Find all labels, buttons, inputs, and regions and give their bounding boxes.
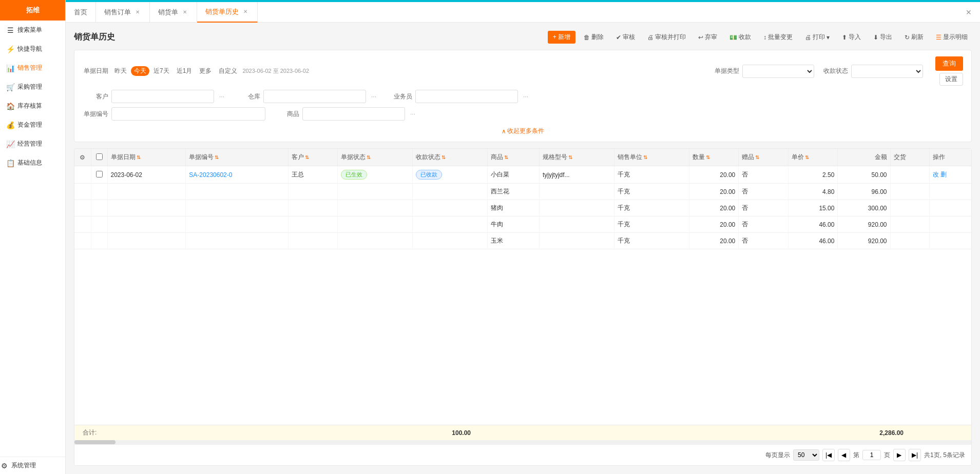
sidebar-item-purchase-mgmt[interactable]: 🛒 采购管理 xyxy=(0,77,65,96)
tab-sales-order[interactable]: 销售订单 ✕ xyxy=(96,2,150,23)
date-7days-btn[interactable]: 近7天 xyxy=(150,66,172,76)
goods-input[interactable] xyxy=(302,107,405,121)
doc-no-input[interactable] xyxy=(111,107,265,121)
sidebar-item-quick-nav[interactable]: ⚡ 快捷导航 xyxy=(0,40,65,58)
page-number-input[interactable] xyxy=(862,450,881,460)
tab-sales-history[interactable]: 销货单历史 ✕ xyxy=(197,2,258,23)
cell-doc-no[interactable] xyxy=(186,216,288,233)
batch-change-icon: ↕ xyxy=(763,34,766,41)
col-doc-date[interactable]: 单据日期⇅ xyxy=(107,149,186,166)
sidebar-item-sys-mgmt[interactable]: ⚙ 系统管理 xyxy=(0,457,65,474)
delete-button[interactable]: 🗑 删除 xyxy=(580,31,608,44)
cell-payment-status xyxy=(413,233,488,249)
delete-action[interactable]: 删 xyxy=(940,171,947,178)
date-yesterday-btn[interactable]: 昨天 xyxy=(111,66,130,76)
tab-home[interactable]: 首页 xyxy=(66,2,96,23)
refresh-button[interactable]: ↻ 刷新 xyxy=(900,31,928,44)
inventory-icon: 🏠 xyxy=(6,102,14,110)
goods-dots[interactable]: ··· xyxy=(408,110,417,117)
cell-operation[interactable] xyxy=(929,184,971,200)
print-button[interactable]: 🖨 打印 ▾ xyxy=(801,31,834,44)
per-page-select[interactable]: 50 100 200 xyxy=(793,449,819,461)
cell-checkbox[interactable] xyxy=(91,166,107,184)
col-goods[interactable]: 商品⇅ xyxy=(488,149,540,166)
settings-button[interactable]: 设置 xyxy=(939,73,963,86)
salesperson-input[interactable] xyxy=(415,90,518,103)
collapse-button[interactable]: ∧ 收起更多条件 xyxy=(502,127,544,135)
tab-sales-delivery[interactable]: 销货单 ✕ xyxy=(150,2,197,23)
audit-button[interactable]: ✔ 审核 xyxy=(612,31,639,44)
col-settings[interactable]: ⚙ xyxy=(74,149,91,166)
sidebar-item-search-menu[interactable]: ☰ 搜索菜单 xyxy=(0,21,65,40)
cell-operation[interactable] xyxy=(929,216,971,233)
customer-dots[interactable]: ··· xyxy=(217,93,226,100)
cell-doc-no[interactable]: SA-20230602-0 xyxy=(186,166,288,184)
cell-customer xyxy=(288,216,338,233)
warehouse-dots[interactable]: ··· xyxy=(369,93,378,100)
date-month-btn[interactable]: 近1月 xyxy=(174,66,196,76)
cell-spec xyxy=(539,184,614,200)
cell-operation[interactable] xyxy=(929,233,971,249)
sidebar-item-sales-mgmt[interactable]: 📊 销售管理 xyxy=(0,58,65,77)
cell-doc-no[interactable] xyxy=(186,233,288,249)
delete-icon: 🗑 xyxy=(584,34,590,41)
sidebar-item-operations[interactable]: 📈 经营管理 xyxy=(0,134,65,153)
prev-page-btn[interactable]: ◀ xyxy=(838,449,850,461)
cell-checkbox[interactable] xyxy=(91,184,107,200)
col-customer[interactable]: 客户⇅ xyxy=(288,149,338,166)
page-content: 销货单历史 + 新增 🗑 删除 ✔ 审核 🖨 审核并打印 ↩ 弃审 xyxy=(66,23,980,474)
cell-operation[interactable]: 改 删 xyxy=(929,166,971,184)
salesperson-dots[interactable]: ··· xyxy=(521,93,530,100)
col-checkbox[interactable] xyxy=(91,149,107,166)
warehouse-input[interactable] xyxy=(263,90,366,103)
cell-checkbox[interactable] xyxy=(91,200,107,216)
sidebar-item-label: 搜索菜单 xyxy=(17,26,42,34)
col-spec[interactable]: 规格型号⇅ xyxy=(539,149,614,166)
scrollbar-thumb[interactable] xyxy=(74,440,116,444)
first-page-btn[interactable]: |◀ xyxy=(822,449,835,461)
cell-doc-no[interactable] xyxy=(186,184,288,200)
batch-change-button[interactable]: ↕ 批量变更 xyxy=(759,31,797,44)
sidebar-item-finance-mgmt[interactable]: 💰 资金管理 xyxy=(0,115,65,134)
query-button[interactable]: 查询 xyxy=(935,56,963,71)
col-doc-status[interactable]: 单据状态⇅ xyxy=(338,149,413,166)
select-all-checkbox[interactable] xyxy=(96,153,103,160)
row-checkbox[interactable] xyxy=(96,171,103,177)
doc-status-badge: 已生效 xyxy=(341,170,367,180)
col-gift[interactable]: 赠品⇅ xyxy=(739,149,789,166)
tab-sales-delivery-close[interactable]: ✕ xyxy=(181,9,188,16)
date-today-btn[interactable]: 今天 xyxy=(131,66,149,76)
sidebar-item-base-info[interactable]: 📋 基础信息 xyxy=(0,153,65,172)
export-button[interactable]: ⬇ 导出 xyxy=(869,31,896,44)
cell-operation[interactable] xyxy=(929,200,971,216)
horizontal-scrollbar[interactable] xyxy=(74,440,971,444)
tab-window-close[interactable]: ✕ xyxy=(962,8,976,16)
last-page-btn[interactable]: ▶| xyxy=(909,449,921,461)
audit-print-button[interactable]: 🖨 审核并打印 xyxy=(643,31,690,44)
doc-type-select[interactable] xyxy=(742,65,814,78)
sidebar-item-inventory[interactable]: 🏠 库存核算 xyxy=(0,96,65,115)
next-page-btn[interactable]: ▶ xyxy=(893,449,906,461)
import-button[interactable]: ⬆ 导入 xyxy=(838,31,865,44)
new-button[interactable]: + 新增 xyxy=(548,31,575,44)
date-more-btn[interactable]: 更多 xyxy=(196,66,215,76)
cell-checkbox[interactable] xyxy=(91,233,107,249)
payment-status-select[interactable] xyxy=(851,65,923,78)
doc-no-link[interactable]: SA-20230602-0 xyxy=(189,171,232,179)
abandon-button[interactable]: ↩ 弃审 xyxy=(694,31,721,44)
col-unit-price[interactable]: 单价⇅ xyxy=(788,149,838,166)
edit-action[interactable]: 改 xyxy=(933,171,939,178)
customer-input[interactable] xyxy=(111,90,214,103)
table-header-row: ⚙ 单据日期⇅ 单据编号⇅ 客户⇅ xyxy=(74,149,971,166)
cell-checkbox[interactable] xyxy=(91,216,107,233)
col-doc-no[interactable]: 单据编号⇅ xyxy=(186,149,288,166)
col-payment-status[interactable]: 收款状态⇅ xyxy=(413,149,488,166)
col-sales-unit[interactable]: 销售单位⇅ xyxy=(614,149,689,166)
tab-sales-order-close[interactable]: ✕ xyxy=(134,9,141,16)
col-quantity[interactable]: 数量⇅ xyxy=(689,149,739,166)
tab-sales-history-close[interactable]: ✕ xyxy=(242,8,249,15)
display-button[interactable]: ☰ 显示明细 xyxy=(932,31,972,44)
collect-button[interactable]: 💵 收款 xyxy=(725,31,755,44)
date-custom-btn[interactable]: 自定义 xyxy=(216,66,240,76)
cell-doc-no[interactable] xyxy=(186,200,288,216)
